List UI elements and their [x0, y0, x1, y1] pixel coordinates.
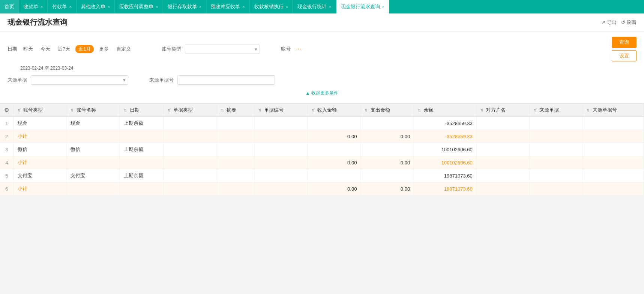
- nav-adjustment-label: 应收应付调整单: [119, 3, 153, 10]
- cell-income: [308, 143, 361, 156]
- export-button[interactable]: ↗ 导出: [601, 19, 617, 26]
- nav-adjustment[interactable]: 应收应付调整单 ×: [115, 0, 163, 13]
- action-buttons: 查询 设置: [612, 37, 636, 61]
- cell-no: 5: [0, 169, 14, 182]
- col-account-type-label: 账号类型: [23, 107, 43, 113]
- close-icon[interactable]: ×: [382, 4, 384, 9]
- col-expense-label: 支出金额: [371, 107, 390, 113]
- cell-doc-no: [254, 169, 308, 182]
- cell-source-doc: [530, 117, 583, 130]
- date-shortcuts: 昨天 今天 近7天 近1月 更多 自定义: [21, 45, 133, 53]
- date-today[interactable]: 今天: [38, 45, 53, 53]
- close-icon[interactable]: ×: [242, 4, 245, 9]
- source-doc-no-input[interactable]: [181, 77, 272, 83]
- col-account-type[interactable]: ⇅ 账号类型: [14, 104, 67, 117]
- close-icon[interactable]: ×: [156, 4, 158, 9]
- settings-button[interactable]: 设置: [612, 50, 636, 61]
- cell-source-doc: [530, 169, 583, 182]
- close-icon[interactable]: ×: [108, 4, 110, 9]
- nav-bank-deposit[interactable]: 银行存取款单 ×: [163, 0, 206, 13]
- account-type-filter-group: 账号类型 ▾: [162, 45, 260, 54]
- refresh-button[interactable]: ↺ 刷新: [621, 19, 636, 26]
- cell-income: 0.00: [308, 156, 361, 169]
- cell-source-doc-no: [583, 156, 644, 169]
- col-income[interactable]: ⇅ 收入金额: [308, 104, 361, 117]
- nav-flow-query[interactable]: 现金银行流水查询 ×: [336, 0, 389, 13]
- close-icon[interactable]: ×: [286, 4, 288, 9]
- col-gear: ⚙: [0, 104, 14, 117]
- nav-prepay-label: 预收冲应收单: [211, 3, 240, 10]
- table-row: 1 现金 现金 上期余额 -3528659.33: [0, 117, 644, 130]
- cell-expense: [361, 117, 414, 130]
- cell-date: 上期余额: [120, 117, 164, 130]
- col-doc-no[interactable]: ⇅ 单据编号: [254, 104, 308, 117]
- cell-doc-type: [164, 130, 217, 143]
- col-summary-label: 摘要: [227, 107, 236, 113]
- nav-stats[interactable]: 现金银行统计 ×: [293, 0, 336, 13]
- col-counterpart[interactable]: ⇅ 对方户名: [476, 104, 530, 117]
- export-label: 导出: [607, 19, 617, 26]
- nav-payments[interactable]: 付款单 ×: [48, 0, 76, 13]
- date-7days[interactable]: 近7天: [56, 45, 72, 53]
- source-doc-no-label: 来源单据号: [149, 77, 174, 84]
- top-nav: 首页 收款单 × 付款单 × 其他收入单 × 应收应付调整单 × 银行存取款单 …: [0, 0, 644, 13]
- source-doc-select[interactable]: [34, 77, 125, 83]
- cell-doc-no: [254, 156, 308, 169]
- table-row: 3 微信 微信 上期余额 100102606.60: [0, 143, 644, 156]
- account-type-select[interactable]: [188, 46, 257, 52]
- query-button[interactable]: 查询: [612, 37, 636, 48]
- account-more-icon[interactable]: ···: [294, 46, 302, 52]
- col-source-doc-no[interactable]: ⇅ 来源单据号: [583, 104, 644, 117]
- nav-other-income-label: 其他收入单: [81, 3, 105, 10]
- nav-home[interactable]: 首页: [0, 0, 19, 13]
- col-account-name[interactable]: ⇅ 账号名称: [67, 104, 120, 117]
- nav-prepay[interactable]: 预收冲应收单 ×: [206, 0, 249, 13]
- col-summary[interactable]: ⇅ 摘要: [217, 104, 254, 117]
- col-date[interactable]: ⇅ 日期: [120, 104, 164, 117]
- date-range-display: 2023-02-24 至 2023-03-24: [20, 66, 73, 71]
- date-yesterday[interactable]: 昨天: [21, 45, 35, 53]
- nav-receipts[interactable]: 收款单 ×: [19, 0, 48, 13]
- account-label: 账号: [281, 46, 291, 52]
- col-balance[interactable]: ⇅ 余额: [414, 104, 477, 117]
- nav-other-income[interactable]: 其他收入单 ×: [77, 0, 115, 13]
- cell-source-doc-no: [583, 143, 644, 156]
- sort-icon: ⇅: [221, 108, 224, 112]
- cell-summary: [217, 169, 254, 182]
- cell-doc-no: [254, 143, 308, 156]
- col-source-doc-label: 来源单据: [539, 107, 559, 113]
- close-icon[interactable]: ×: [199, 4, 201, 9]
- table-row: 6 小计 0.00 0.00 19871073.60: [0, 182, 644, 196]
- nav-receipts-label: 收款单: [24, 3, 38, 10]
- cell-doc-no: [254, 130, 308, 143]
- cell-doc-no: [254, 117, 308, 130]
- col-expense[interactable]: ⇅ 支出金额: [361, 104, 414, 117]
- close-icon[interactable]: ×: [69, 4, 71, 9]
- sort-icon: ⇅: [18, 108, 21, 112]
- cell-summary: [217, 143, 254, 156]
- filter-row-1: 日期 昨天 今天 近7天 近1月 更多 自定义 账号类型 ▾ 账号 ···: [8, 37, 636, 61]
- table-header-row: ⚙ ⇅ 账号类型 ⇅ 账号名称 ⇅ 日期 ⇅ 单据类型: [0, 104, 644, 117]
- col-doc-type[interactable]: ⇅ 单据类型: [164, 104, 217, 117]
- date-1month[interactable]: 近1月: [75, 45, 94, 53]
- date-filter-label: 日期: [8, 46, 17, 52]
- cell-doc-type: [164, 156, 217, 169]
- date-custom[interactable]: 自定义: [114, 45, 133, 53]
- cell-source-doc: [530, 130, 583, 143]
- col-source-doc[interactable]: ⇅ 来源单据: [530, 104, 583, 117]
- nav-verify[interactable]: 收款核销执行 ×: [250, 0, 293, 13]
- cell-summary: [217, 117, 254, 130]
- cell-account-name: 现金: [67, 117, 120, 130]
- collapse-bar[interactable]: ▲ 收起更多条件: [8, 88, 636, 98]
- export-icon: ↗: [601, 19, 605, 25]
- account-type-select-wrapper[interactable]: ▾: [185, 45, 260, 54]
- cell-income: [308, 117, 361, 130]
- column-settings-icon[interactable]: ⚙: [4, 107, 9, 113]
- source-doc-select-wrapper[interactable]: ▾: [31, 75, 128, 85]
- date-more[interactable]: 更多: [97, 45, 111, 53]
- cell-counterpart: [476, 156, 530, 169]
- close-icon[interactable]: ×: [41, 4, 43, 9]
- close-icon[interactable]: ×: [329, 4, 331, 9]
- cell-account-name: 微信: [67, 143, 120, 156]
- cell-account-name: 支付宝: [67, 169, 120, 182]
